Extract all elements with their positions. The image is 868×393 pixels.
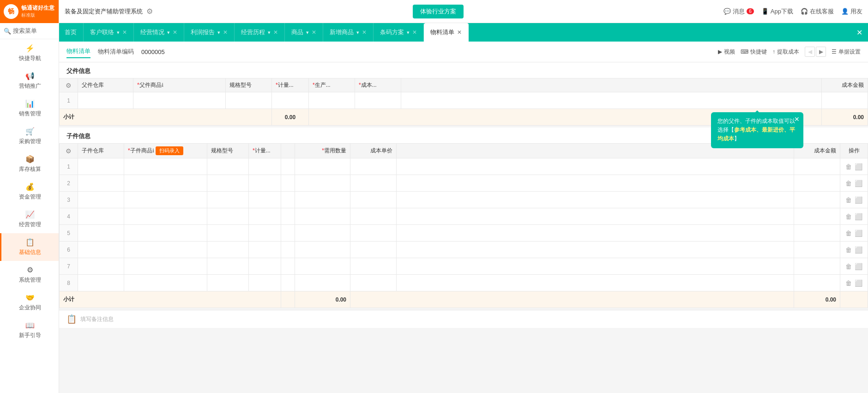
nav-close-btn[interactable]: ✕ xyxy=(853,28,866,37)
child-cell-unit-2[interactable] xyxy=(249,175,281,192)
child-cell-unit-3[interactable] xyxy=(249,192,281,208)
nav-tab-2[interactable]: 经营情况▾✕ xyxy=(134,23,184,42)
parent-cell-unit-1[interactable] xyxy=(272,92,309,109)
nav-tab-7[interactable]: 条码方案▾✕ xyxy=(374,23,424,42)
child-settings-icon[interactable]: ⚙ xyxy=(66,147,72,155)
online-service-btn[interactable]: 🎧 在线客服 xyxy=(801,7,834,16)
child-cell-spec-2[interactable] xyxy=(207,175,249,192)
copy-icon-6[interactable]: ⬜ xyxy=(855,246,862,254)
scan-btn[interactable]: 扫码录入 xyxy=(156,146,183,155)
sidebar-item-9[interactable]: 🤝企业协同 xyxy=(0,289,59,316)
child-cell-warehouse-3[interactable] xyxy=(78,192,124,208)
child-cell-spec-6[interactable] xyxy=(207,242,249,258)
child-cell-unit-5[interactable] xyxy=(249,225,281,242)
child-cell-spec-5[interactable] xyxy=(207,225,249,242)
sidebar-item-3[interactable]: 🛒采购管理 xyxy=(0,122,59,150)
child-cell-warehouse-2[interactable] xyxy=(78,175,124,192)
child-cell-product-4[interactable] xyxy=(124,208,207,225)
delete-icon-3[interactable]: 🗑 xyxy=(845,196,852,204)
copy-icon-3[interactable]: ⬜ xyxy=(855,196,862,204)
tab-close-4[interactable]: ✕ xyxy=(273,29,278,36)
tab-close-6[interactable]: ✕ xyxy=(362,29,367,36)
child-cell-product-7[interactable] xyxy=(124,258,207,275)
copy-icon-5[interactable]: ⬜ xyxy=(855,230,862,237)
child-cell-unit-8[interactable] xyxy=(249,275,281,291)
child-cell-product-5[interactable] xyxy=(124,225,207,242)
user-btn[interactable]: 👤 用友 xyxy=(841,7,862,16)
child-cell-qty-1[interactable] xyxy=(295,158,350,175)
child-cell-unit-7[interactable] xyxy=(249,258,281,275)
nav-tab-0[interactable]: 首页 xyxy=(61,23,84,42)
video-btn[interactable]: ▶ 视频 xyxy=(718,48,735,56)
copy-icon-2[interactable]: ⬜ xyxy=(855,180,862,187)
child-cell-qty-6[interactable] xyxy=(295,242,350,258)
nav-tab-4[interactable]: 经营历程▾✕ xyxy=(235,23,285,42)
child-cell-qty-8[interactable] xyxy=(295,275,350,291)
child-cell-warehouse-7[interactable] xyxy=(78,258,124,275)
parent-settings-icon[interactable]: ⚙ xyxy=(66,82,72,89)
sidebar-item-1[interactable]: 📢营销推广 xyxy=(0,67,59,95)
sidebar-item-6[interactable]: 📈经营管理 xyxy=(0,206,59,233)
sub-tab-bill[interactable]: 物料清单 xyxy=(66,45,90,58)
child-cell-spec-4[interactable] xyxy=(207,208,249,225)
delete-icon-2[interactable]: 🗑 xyxy=(845,180,852,187)
child-cell-warehouse-5[interactable] xyxy=(78,225,124,242)
copy-icon-8[interactable]: ⬜ xyxy=(855,279,862,287)
tab-close-8[interactable]: ✕ xyxy=(457,29,462,36)
child-cell-warehouse-4[interactable] xyxy=(78,208,124,225)
sub-tab-code[interactable]: 物料清单编码 xyxy=(98,46,134,58)
extract-cost-btn[interactable]: ↑ 提取成本 xyxy=(772,48,799,56)
nav-tab-6[interactable]: 新增商品▾✕ xyxy=(323,23,374,42)
nav-next-btn[interactable]: ▶ xyxy=(816,47,826,57)
sidebar-item-5[interactable]: 💰资金管理 xyxy=(0,178,59,206)
child-cell-spec-3[interactable] xyxy=(207,192,249,208)
shortcut-btn[interactable]: ⌨ 快捷键 xyxy=(741,48,767,56)
trial-btn[interactable]: 体验行业方案 xyxy=(413,5,464,18)
tab-close-5[interactable]: ✕ xyxy=(312,29,316,36)
child-cell-unit-6[interactable] xyxy=(249,242,281,258)
child-cell-spec-1[interactable] xyxy=(207,158,249,175)
child-cell-warehouse-1[interactable] xyxy=(78,158,124,175)
tab-close-3[interactable]: ✕ xyxy=(223,29,228,36)
sidebar-item-4[interactable]: 📦库存核算 xyxy=(0,150,59,178)
child-cell-qty-3[interactable] xyxy=(295,192,350,208)
tab-close-1[interactable]: ✕ xyxy=(122,29,127,36)
child-cell-product-1[interactable] xyxy=(124,158,207,175)
child-cell-warehouse-6[interactable] xyxy=(78,242,124,258)
child-cell-unitprice-6[interactable] xyxy=(350,242,397,258)
nav-tab-8[interactable]: 物料清单✕ xyxy=(424,23,469,42)
child-cell-product-3[interactable] xyxy=(124,192,207,208)
child-cell-unitprice-5[interactable] xyxy=(350,225,397,242)
child-cell-unitprice-3[interactable] xyxy=(350,192,397,208)
parent-cell-cost-1[interactable] xyxy=(355,92,401,109)
tab-close-7[interactable]: ✕ xyxy=(412,29,417,36)
app-download-btn[interactable]: 📱 App下载 xyxy=(761,7,793,16)
copy-icon-1[interactable]: ⬜ xyxy=(855,163,862,170)
child-cell-unit-4[interactable] xyxy=(249,208,281,225)
tab-close-2[interactable]: ✕ xyxy=(173,29,177,36)
delete-icon-5[interactable]: 🗑 xyxy=(845,230,852,237)
child-cell-unitprice-7[interactable] xyxy=(350,258,397,275)
child-cell-unitprice-1[interactable] xyxy=(350,158,397,175)
delete-icon-6[interactable]: 🗑 xyxy=(845,246,852,254)
settings-icon[interactable]: ⚙ xyxy=(146,7,153,16)
parent-cell-production-1[interactable] xyxy=(309,92,355,109)
child-cell-qty-4[interactable] xyxy=(295,208,350,225)
child-cell-qty-5[interactable] xyxy=(295,225,350,242)
delete-icon-8[interactable]: 🗑 xyxy=(845,279,852,287)
sidebar-item-0[interactable]: ⚡快捷导航 xyxy=(0,39,59,67)
copy-icon-7[interactable]: ⬜ xyxy=(855,263,862,270)
nav-tab-3[interactable]: 利润报告▾✕ xyxy=(184,23,235,42)
sidebar-item-8[interactable]: ⚙系统管理 xyxy=(0,261,59,289)
child-cell-unit-1[interactable] xyxy=(249,158,281,175)
child-cell-spec-8[interactable] xyxy=(207,275,249,291)
sidebar-item-10[interactable]: 📖新手引导 xyxy=(0,316,59,344)
parent-cell-product-1[interactable] xyxy=(133,92,226,109)
child-cell-qty-7[interactable] xyxy=(295,258,350,275)
sidebar-search[interactable]: 🔍 搜索菜单 xyxy=(0,23,59,39)
child-cell-warehouse-8[interactable] xyxy=(78,275,124,291)
delete-icon-4[interactable]: 🗑 xyxy=(845,213,852,220)
delete-icon-1[interactable]: 🗑 xyxy=(845,163,852,170)
parent-cell-warehouse-1[interactable] xyxy=(78,92,133,109)
child-cell-product-6[interactable] xyxy=(124,242,207,258)
